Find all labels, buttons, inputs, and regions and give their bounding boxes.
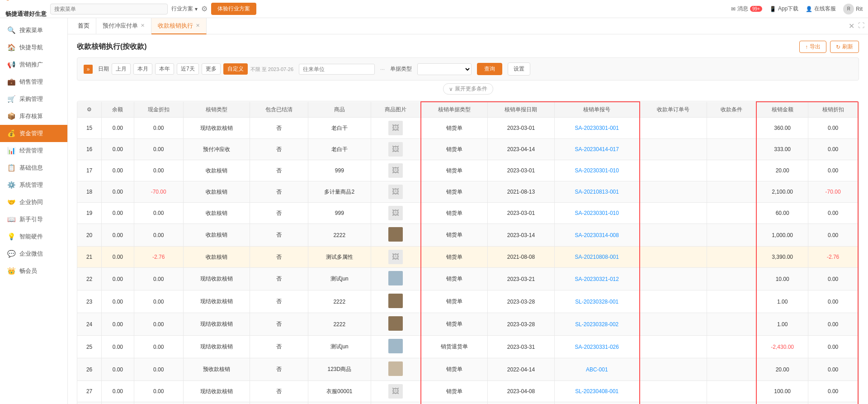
- cell-cash-discount: -70.00: [134, 181, 183, 203]
- cell-doc-report-no[interactable]: SA-20230301-001: [554, 118, 640, 139]
- cell-doc-report-no[interactable]: SA-20210808-001: [554, 247, 640, 268]
- settings-icon[interactable]: ⚙: [201, 5, 208, 13]
- cell-doc-report-no[interactable]: SA-20230301-010: [554, 203, 640, 224]
- sidebar-item-marketing[interactable]: 📢 营销推广: [0, 56, 67, 73]
- guide-icon: 📖: [7, 215, 16, 223]
- cell-include-cleared: 否: [250, 402, 308, 404]
- sidebar-item-sales[interactable]: 💼 销售管理: [0, 73, 67, 90]
- close-receipt-tab-icon[interactable]: ✕: [196, 23, 200, 29]
- filter-this-year-btn[interactable]: 本年: [155, 63, 174, 75]
- cell-doc-report-no[interactable]: SA-20230301-010: [554, 160, 640, 181]
- doc-report-no-link[interactable]: SA-20210808-001: [575, 254, 619, 260]
- cell-cancel-amount: 10.00: [756, 268, 808, 290]
- sidebar-item-cooperation[interactable]: 🤝 企业协同: [0, 194, 67, 211]
- doc-report-no-link[interactable]: SL-20230408-001: [575, 388, 618, 394]
- cell-cancel-discount: 0.00: [808, 118, 858, 139]
- doc-report-no-link[interactable]: SA-20210813-001: [575, 189, 619, 195]
- tab-bar: 首页 预付冲应付单 ✕ 收款核销执行 ✕ ✕ ⛶: [68, 18, 868, 34]
- th-goods: 商品: [308, 102, 371, 118]
- doc-report-no-link[interactable]: SA-20230331-026: [575, 344, 619, 350]
- cell-doc-report-no[interactable]: SA-20230314-008: [554, 224, 640, 247]
- cell-include-cleared: 否: [250, 336, 308, 358]
- query-button[interactable]: 查询: [477, 63, 502, 75]
- cell-doc-report-no[interactable]: SL-20230328-001: [554, 290, 640, 313]
- sidebar-item-purchase[interactable]: 🛒 采购管理: [0, 90, 67, 108]
- cell-cancel-amount: 60.00: [756, 203, 808, 224]
- filter-settings-button[interactable]: 设置: [508, 62, 530, 76]
- maximize-icon[interactable]: ⛶: [858, 22, 864, 30]
- sidebar-item-inventory[interactable]: 📦 库存核算: [0, 108, 67, 125]
- export-button[interactable]: ↑ 导出: [799, 41, 826, 53]
- close-all-tabs-icon[interactable]: ✕: [849, 22, 854, 30]
- tab-prepay[interactable]: 预付冲应付单 ✕: [96, 18, 151, 34]
- sidebar-item-operations[interactable]: 📊 经营管理: [0, 142, 67, 159]
- filter-last-month-btn[interactable]: 上月: [112, 63, 131, 75]
- doc-report-no-link[interactable]: SA-20230301-010: [575, 210, 619, 216]
- sidebar-item-basic-info[interactable]: 📋 基础信息: [0, 159, 67, 176]
- cell-balance: 0.00: [102, 118, 134, 139]
- cell-doc-report-date: 2023-03-14: [488, 224, 554, 247]
- cell-receipt-order-no: [640, 313, 707, 336]
- cell-doc-report-date: 2023-03-21: [488, 268, 554, 290]
- filter-7days-btn[interactable]: 近7天: [177, 63, 199, 75]
- doc-report-no-link[interactable]: SA-20230301-001: [575, 125, 619, 131]
- user-item[interactable]: R Rit: [843, 4, 863, 14]
- cell-doc-report-no[interactable]: SL-20230418-001: [554, 402, 640, 404]
- doc-report-no-link[interactable]: SA-20230414-017: [575, 146, 619, 152]
- doc-report-no-link[interactable]: SL-20230328-001: [575, 299, 618, 305]
- sidebar-item-shortcut[interactable]: 🏠 快捷导航: [0, 39, 67, 56]
- cell-cancel-type: 收款核销: [183, 181, 250, 203]
- cell-include-cleared: 否: [250, 313, 308, 336]
- sidebar-item-search[interactable]: 🔍 搜索菜单: [0, 22, 67, 39]
- cell-cancel-type: 现结收款核销: [183, 313, 250, 336]
- chevron-down-icon: ∨: [449, 86, 453, 92]
- cell-doc-report-no[interactable]: SA-20230414-017: [554, 139, 640, 160]
- cell-doc-report-type: 销货单: [421, 381, 488, 402]
- filter-doc-type-select[interactable]: [417, 63, 472, 75]
- industry-dropdown[interactable]: 行业方案 ▾: [171, 5, 198, 13]
- cell-doc-report-date: 2023-03-01: [488, 160, 554, 181]
- filter-more-btn[interactable]: 更多: [202, 63, 221, 75]
- trial-btn[interactable]: 体验行业方案: [211, 3, 256, 15]
- th-gear[interactable]: ⚙: [77, 102, 102, 118]
- tab-receipt-cancel[interactable]: 收款核销执行 ✕: [151, 18, 207, 34]
- doc-report-no-link[interactable]: SA-20230301-010: [575, 167, 619, 174]
- close-prepay-tab-icon[interactable]: ✕: [141, 23, 145, 29]
- goods-image: [388, 227, 403, 242]
- cell-cancel-discount: 0.00: [808, 139, 858, 160]
- cell-goods-img: 🖼: [371, 139, 420, 160]
- filter-this-month-btn[interactable]: 本月: [133, 63, 152, 75]
- cell-doc-report-no[interactable]: SA-20230331-026: [554, 336, 640, 358]
- doc-report-no-link[interactable]: SA-20230314-008: [575, 232, 619, 238]
- refresh-button[interactable]: ↻ 刷新: [830, 41, 859, 53]
- app-download-item[interactable]: 📱 App下载: [769, 5, 798, 13]
- sidebar-item-wechat[interactable]: 💬 企业微信: [0, 245, 67, 262]
- sidebar-item-finance[interactable]: 💰 资金管理: [0, 125, 67, 142]
- cell-receipt-condition: [707, 118, 756, 139]
- sidebar-item-system[interactable]: ⚙️ 系统管理: [0, 176, 67, 194]
- header-actions: ↑ 导出 ↻ 刷新: [799, 41, 859, 53]
- table-header-row: ⚙ 余额 现金折扣 核销类型 包含已结清 商品 商品图片 核销单据类型 核销单报…: [77, 102, 858, 118]
- expand-more-btn[interactable]: ∨ 展开更多条件: [443, 83, 493, 95]
- cell-doc-report-no[interactable]: SA-20230321-012: [554, 268, 640, 290]
- filter-collapse-btn[interactable]: »: [84, 65, 93, 74]
- doc-report-no-link[interactable]: ABC-001: [586, 366, 608, 373]
- goods-image: [388, 316, 403, 331]
- tab-home[interactable]: 首页: [71, 18, 96, 34]
- cell-doc-report-no[interactable]: SA-20210813-001: [554, 181, 640, 203]
- doc-report-no-link[interactable]: SL-20230328-002: [575, 321, 618, 328]
- doc-report-no-link[interactable]: SA-20230321-012: [575, 276, 619, 282]
- online-service-item[interactable]: 👤 在线客服: [806, 5, 836, 13]
- filter-unit-input[interactable]: [299, 64, 375, 75]
- chevron-down-icon: ▾: [195, 6, 198, 12]
- sidebar-item-member[interactable]: 👑 畅会员: [0, 262, 67, 280]
- sidebar-item-guide[interactable]: 📖 新手引导: [0, 211, 67, 228]
- cell-doc-report-no[interactable]: SL-20230328-002: [554, 313, 640, 336]
- cell-doc-report-no[interactable]: ABC-001: [554, 358, 640, 381]
- cell-goods-img: 🖼: [371, 160, 420, 181]
- sidebar-item-hardware[interactable]: 💡 智能硬件: [0, 228, 67, 245]
- filter-custom-btn[interactable]: 自定义: [223, 63, 248, 75]
- top-search-input[interactable]: [50, 4, 168, 14]
- cell-doc-report-no[interactable]: SL-20230408-001: [554, 381, 640, 402]
- notification-item[interactable]: ✉ 消息 99+: [731, 5, 762, 13]
